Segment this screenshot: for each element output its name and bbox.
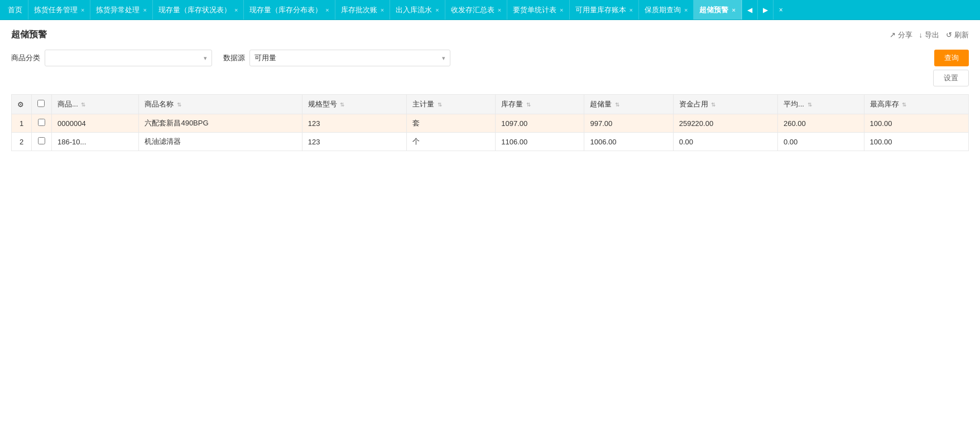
row-max-stock: 100.00 — [864, 114, 968, 133]
table-header: ⚙ 商品... ⇅ 商品名称 ⇅ 规格型号 ⇅ 主计量 — [12, 95, 969, 114]
table-col-max-stock[interactable]: 最高库存 ⇅ — [864, 95, 968, 114]
row-overstock: 997.00 — [584, 114, 673, 133]
row-avg: 260.00 — [778, 114, 864, 133]
nav-close-all-icon[interactable]: × — [773, 0, 789, 20]
sort-sku-name-icon: ⇅ — [177, 101, 181, 108]
row-sku-code: 186-10... — [52, 133, 139, 151]
nav-tab-collect-summary-label: 收发存汇总表 — [451, 5, 494, 15]
nav-tab-quality-check-label: 保质期查询 — [645, 5, 681, 15]
close-available-ledger-icon[interactable]: × — [630, 7, 633, 13]
nav-tab-order-stats-label: 要货单统计表 — [513, 5, 556, 15]
close-quality-check-icon[interactable]: × — [684, 7, 688, 13]
nav-tab-task-mgmt-label: 拣货任务管理 — [34, 5, 78, 15]
nav-tab-overstock[interactable]: 超储预警 × — [694, 0, 741, 20]
row-capital: 259220.00 — [673, 114, 777, 133]
close-inventory-status-icon[interactable]: × — [234, 7, 238, 13]
page-header: 超储预警 ↗ 分享 ↓ 导出 ↺ 刷新 — [11, 29, 969, 41]
nav-tab-inout-flow-label: 出入库流水 — [396, 5, 432, 15]
row-overstock: 1006.00 — [584, 133, 673, 151]
table-col-sku-code[interactable]: 商品... ⇅ — [52, 95, 139, 114]
category-select[interactable]: ▾ — [45, 50, 212, 66]
nav-tab-abnormal-label: 拣货异常处理 — [96, 5, 140, 15]
refresh-button[interactable]: ↺ 刷新 — [946, 30, 969, 40]
nav-tab-collect-summary[interactable]: 收发存汇总表 × — [445, 0, 507, 20]
nav-tab-abnormal[interactable]: 拣货异常处理 × — [90, 0, 152, 20]
table-col-checkbox — [32, 95, 52, 114]
nav-tab-home[interactable]: 首页 — [2, 0, 28, 20]
row-sku-name: 六配套新昌490BPG — [139, 114, 302, 133]
row-spec: 123 — [302, 114, 406, 133]
nav-next-arrow[interactable]: ▶ — [757, 0, 773, 20]
table-col-unit[interactable]: 主计量 ⇅ — [407, 95, 496, 114]
sort-avg-icon: ⇅ — [808, 101, 812, 108]
row-checkbox-cell — [32, 114, 52, 133]
col-unit-label: 主计量 — [412, 100, 434, 108]
nav-tab-home-label: 首页 — [8, 5, 22, 15]
nav-tab-inventory-status[interactable]: 现存量（库存状况表） × — [153, 0, 244, 20]
row-unit: 个 — [407, 133, 496, 151]
nav-prev-arrow[interactable]: ◀ — [742, 0, 757, 20]
col-sku-code-label: 商品... — [57, 100, 78, 108]
share-button[interactable]: ↗ 分享 — [890, 30, 912, 40]
table-col-capital[interactable]: 资金占用 ⇅ — [673, 95, 777, 114]
settings-button[interactable]: 设置 — [933, 70, 969, 86]
sort-capital-icon: ⇅ — [711, 101, 715, 108]
close-order-stats-icon[interactable]: × — [560, 7, 563, 13]
col-stock-label: 库存量 — [501, 100, 523, 108]
share-label: 分享 — [898, 30, 912, 40]
datasource-filter: 数据源 可用量 ▾ — [223, 50, 450, 66]
nav-tab-task-mgmt[interactable]: 拣货任务管理 × — [28, 0, 90, 20]
nav-tab-batch-label: 库存批次账 — [341, 5, 377, 15]
row-checkbox[interactable] — [38, 119, 45, 126]
close-inout-flow-icon[interactable]: × — [435, 7, 439, 13]
datasource-value: 可用量 — [254, 53, 276, 63]
row-number: 1 — [12, 114, 32, 133]
nav-tab-quality-check[interactable]: 保质期查询 × — [639, 0, 694, 20]
nav-tab-order-stats[interactable]: 要货单统计表 × — [507, 0, 569, 20]
table-col-spec[interactable]: 规格型号 ⇅ — [302, 95, 406, 114]
nav-tab-available-ledger[interactable]: 可用量库存账本 × — [570, 0, 639, 20]
row-avg: 0.00 — [778, 133, 864, 151]
sort-stock-icon: ⇅ — [526, 101, 531, 108]
close-inventory-dist-icon[interactable]: × — [325, 7, 329, 13]
table-row: 1 0000004 六配套新昌490BPG 123 套 1097.00 997.… — [12, 114, 969, 133]
nav-tab-inventory-dist-label: 现存量（库存分布表） — [249, 5, 322, 15]
datasource-select[interactable]: 可用量 ▾ — [249, 50, 450, 66]
row-spec: 123 — [302, 133, 406, 151]
row-number: 2 — [12, 133, 32, 151]
sort-max-stock-icon: ⇅ — [902, 101, 906, 108]
nav-tab-available-ledger-label: 可用量库存账本 — [575, 5, 626, 15]
table-col-stock[interactable]: 库存量 ⇅ — [496, 95, 584, 114]
page-title: 超储预警 — [11, 29, 47, 41]
table-col-overstock[interactable]: 超储量 ⇅ — [584, 95, 673, 114]
close-task-mgmt-icon[interactable]: × — [81, 7, 84, 13]
nav-tab-inventory-dist[interactable]: 现存量（库存分布表） × — [244, 0, 335, 20]
refresh-label: 刷新 — [954, 30, 969, 40]
row-stock: 1106.00 — [496, 133, 584, 151]
sort-unit-icon: ⇅ — [438, 101, 442, 108]
row-stock: 1097.00 — [496, 114, 584, 133]
close-abnormal-icon[interactable]: × — [143, 7, 146, 13]
sort-spec-icon: ⇅ — [340, 101, 344, 108]
table-col-sku-name[interactable]: 商品名称 ⇅ — [139, 95, 302, 114]
nav-tab-inout-flow[interactable]: 出入库流水 × — [390, 0, 445, 20]
row-checkbox-cell — [32, 133, 52, 151]
category-label: 商品分类 — [11, 53, 40, 63]
sort-sku-code-icon: ⇅ — [81, 101, 85, 108]
row-max-stock: 100.00 — [864, 133, 968, 151]
close-overstock-icon[interactable]: × — [732, 7, 735, 13]
export-button[interactable]: ↓ 导出 — [919, 30, 940, 40]
nav-tab-batch[interactable]: 库存批次账 × — [335, 0, 390, 20]
category-filter: 商品分类 ▾ — [11, 50, 212, 66]
gear-icon[interactable]: ⚙ — [17, 100, 24, 109]
close-batch-icon[interactable]: × — [381, 7, 384, 13]
header-actions: ↗ 分享 ↓ 导出 ↺ 刷新 — [890, 30, 969, 40]
select-all-checkbox[interactable] — [37, 100, 45, 107]
close-collect-summary-icon[interactable]: × — [498, 7, 501, 13]
row-checkbox[interactable] — [38, 137, 45, 144]
query-button[interactable]: 查询 — [934, 50, 969, 66]
table-col-avg[interactable]: 平均... ⇅ — [778, 95, 864, 114]
table-col-gear: ⚙ — [12, 95, 32, 114]
row-unit: 套 — [407, 114, 496, 133]
col-sku-name-label: 商品名称 — [145, 100, 174, 108]
